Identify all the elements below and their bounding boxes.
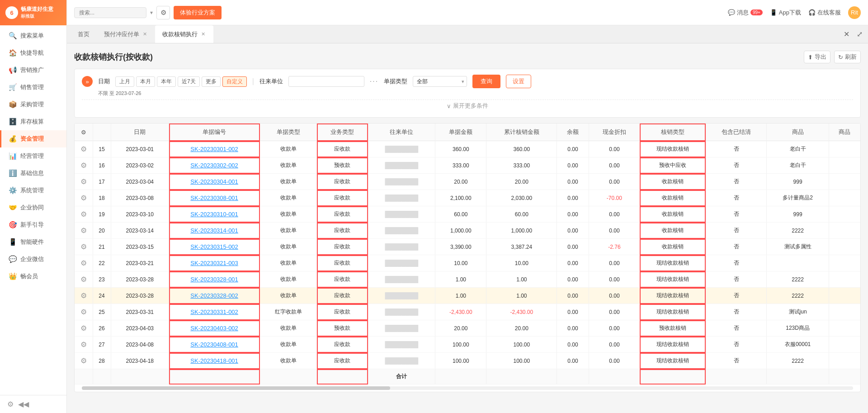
- more-filters-dots[interactable]: ···: [370, 77, 378, 85]
- doc-link[interactable]: SK-20230310-001: [190, 211, 238, 218]
- doc-link[interactable]: SK-20230408-001: [190, 341, 238, 348]
- doc-link[interactable]: SK-20230331-002: [190, 309, 238, 315]
- cell-settings[interactable]: ⚙: [75, 337, 93, 353]
- tab-pre-apply[interactable]: 预付冲应付单 ✕: [97, 25, 155, 43]
- cell-settings[interactable]: ⚙: [75, 288, 93, 304]
- doc-link[interactable]: SK-20230328-001: [190, 276, 238, 283]
- doc-link[interactable]: SK-20230328-002: [190, 292, 238, 299]
- doc-link[interactable]: SK-20230308-001: [190, 195, 238, 201]
- cell-settings[interactable]: ⚙: [75, 255, 93, 271]
- counterpart-input[interactable]: [288, 76, 364, 87]
- cell-docno: SK-20230408-001: [169, 337, 260, 353]
- tab-home[interactable]: 首页: [71, 25, 97, 43]
- doc-link[interactable]: SK-20230314-001: [190, 227, 238, 234]
- app-logo: 6 畅康道好生意 标推版: [0, 0, 66, 25]
- doc-link[interactable]: SK-20230418-001: [190, 357, 238, 364]
- cell-settings[interactable]: ⚙: [75, 239, 93, 255]
- sidebar-item-operations[interactable]: 📊经营管理: [0, 147, 66, 165]
- doc-link[interactable]: SK-20230315-002: [190, 243, 238, 250]
- col-biztype-header[interactable]: 业务类型: [317, 123, 368, 141]
- doc-type-label: 单据类型: [384, 77, 407, 85]
- online-service-item[interactable]: 🎧 在线客服: [808, 9, 841, 17]
- col-writeoff-type-header[interactable]: 核销类型: [640, 123, 706, 141]
- cell-docno: SK-20230331-002: [169, 304, 260, 320]
- sidebar-item-member[interactable]: 👑畅会员: [0, 268, 66, 285]
- cell-balance: [557, 369, 589, 385]
- sidebar-item-corp-wx[interactable]: 💬企业微信: [0, 251, 66, 268]
- col-incl-settled-header[interactable]: 包含已结清: [706, 123, 767, 141]
- cell-settings[interactable]: ⚙: [75, 353, 93, 369]
- cell-doctype: 收款单: [260, 320, 317, 337]
- cell-settings[interactable]: ⚙: [75, 190, 93, 206]
- cell-incl-settled: 否: [706, 223, 767, 239]
- sidebar-item-quick-nav[interactable]: 🏠快捷导航: [0, 44, 66, 62]
- cell-settings[interactable]: ⚙: [75, 157, 93, 174]
- sidebar-item-basic-info[interactable]: ℹ️基础信息: [0, 165, 66, 182]
- sidebar-item-marketing[interactable]: 📢营销推广: [0, 62, 66, 79]
- col-goods2-header[interactable]: 商品: [829, 123, 860, 141]
- sidebar-item-sales-mgmt[interactable]: 🛒销售管理: [0, 79, 66, 96]
- settings-icon[interactable]: ⚙: [7, 400, 14, 408]
- more-date-btn[interactable]: 更多: [202, 76, 221, 87]
- industry-btn[interactable]: 体验行业方案: [174, 6, 222, 19]
- tab-write-off[interactable]: 收款核销执行 ✕: [155, 25, 213, 43]
- query-button[interactable]: 查询: [472, 75, 500, 88]
- col-settings-header[interactable]: ⚙: [75, 123, 93, 141]
- cell-doctype: 收款单: [260, 174, 317, 190]
- tab-write-off-close[interactable]: ✕: [200, 31, 206, 38]
- expand-more-button[interactable]: ∨ 展开更多条件: [447, 102, 488, 110]
- user-avatar[interactable]: Rit: [848, 6, 861, 19]
- sidebar-item-finance[interactable]: 💰资金管理: [0, 130, 66, 147]
- cell-settings[interactable]: ⚙: [75, 320, 93, 337]
- this-year-btn[interactable]: 本年: [157, 76, 176, 87]
- export-button[interactable]: ⬆ 导出: [804, 51, 830, 63]
- sidebar-item-purchase[interactable]: 📦采购管理: [0, 96, 66, 113]
- cell-docno: SK-20230310-001: [169, 206, 260, 223]
- col-amount-header[interactable]: 单据金额: [435, 123, 486, 141]
- tab-pre-apply-close[interactable]: ✕: [142, 31, 148, 38]
- filter-expand-btn[interactable]: »: [82, 76, 93, 87]
- cell-settings[interactable]: ⚙: [75, 206, 93, 223]
- search-input[interactable]: [74, 7, 146, 18]
- cell-settings[interactable]: ⚙: [75, 174, 93, 190]
- col-docno-header[interactable]: 单据编号: [169, 123, 260, 141]
- col-date-header[interactable]: 日期: [111, 123, 169, 141]
- doc-link[interactable]: SK-20230302-002: [190, 162, 238, 169]
- doc-link[interactable]: SK-20230304-001: [190, 178, 238, 185]
- col-goods-header[interactable]: 商品: [767, 123, 829, 141]
- cell-incl-settled: 否: [706, 157, 767, 174]
- table-scrollbar[interactable]: [82, 386, 853, 390]
- doc-link[interactable]: SK-20230301-002: [190, 146, 238, 152]
- doc-link[interactable]: SK-20230321-003: [190, 260, 238, 266]
- refresh-button[interactable]: ↻ 刷新: [834, 51, 861, 63]
- col-cash-discount-header[interactable]: 现金折扣: [589, 123, 640, 141]
- last-7-days-btn[interactable]: 近7天: [178, 76, 200, 87]
- setting-button[interactable]: 设置: [506, 75, 531, 88]
- messages-item[interactable]: 💬 消息 99+: [728, 9, 763, 17]
- cell-settings[interactable]: ⚙: [75, 271, 93, 288]
- expand-icon[interactable]: ⤢: [855, 28, 864, 40]
- col-counterpart-header[interactable]: 往来单位: [368, 123, 435, 141]
- last-month-btn[interactable]: 上月: [115, 76, 134, 87]
- sidebar-item-inventory[interactable]: 🗄️库存核算: [0, 113, 66, 130]
- cell-settings[interactable]: ⚙: [75, 304, 93, 320]
- cell-settings[interactable]: ⚙: [75, 141, 93, 157]
- sidebar-item-corp-collab[interactable]: 🤝企业协同: [0, 199, 66, 216]
- sidebar-item-search-menu[interactable]: 🔍搜索菜单: [0, 27, 66, 44]
- close-all-icon[interactable]: ✕: [842, 28, 851, 40]
- sidebar-item-smart-hw[interactable]: 📱智能硬件: [0, 233, 66, 251]
- this-month-btn[interactable]: 本月: [136, 76, 155, 87]
- col-doctype-header[interactable]: 单据类型: [260, 123, 317, 141]
- custom-date-btn[interactable]: 自定义: [222, 76, 247, 87]
- gear-button[interactable]: ⚙: [156, 6, 170, 19]
- doc-type-select[interactable]: 全部 收款单: [413, 76, 467, 87]
- cell-cash-discount: -70.00: [589, 190, 640, 206]
- sidebar-item-guide[interactable]: 🎯新手引导: [0, 216, 66, 233]
- cell-settings[interactable]: ⚙: [75, 223, 93, 239]
- sidebar-item-sys-mgmt[interactable]: ⚙️系统管理: [0, 182, 66, 199]
- col-writeoff-header[interactable]: 累计核销金额: [486, 123, 557, 141]
- doc-link[interactable]: SK-20230403-002: [190, 325, 238, 332]
- collapse-icon[interactable]: ◀◀: [18, 400, 29, 408]
- col-balance-header[interactable]: 余额: [557, 123, 589, 141]
- app-download-item[interactable]: 📱 App下载: [770, 9, 801, 17]
